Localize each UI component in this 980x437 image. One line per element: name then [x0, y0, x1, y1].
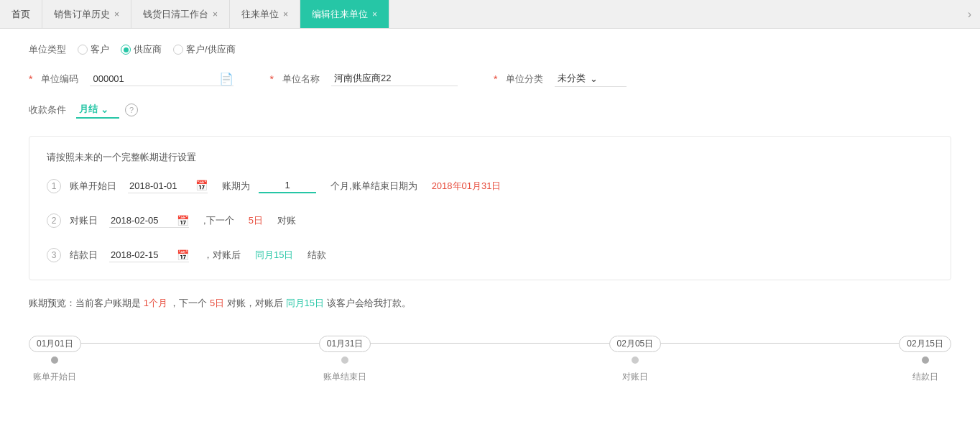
radio-circle-2	[173, 45, 183, 55]
preview-highlight1: 1个月	[144, 298, 167, 308]
tab-label-cash-work: 钱货日清工作台	[143, 8, 208, 21]
tab-partner-unit[interactable]: 往来单位×	[230, 0, 300, 28]
timeline-dot-3	[922, 356, 929, 364]
timeline-dot-0	[51, 356, 58, 364]
reconcile-date-cal-icon[interactable]: 📅	[177, 215, 189, 226]
unit-type-label: 单位类型	[29, 43, 66, 56]
payment-condition-row: 收款条件 月结 ⌄ ?	[29, 101, 951, 119]
radio-label-1: 供应商	[134, 43, 162, 56]
radio-1[interactable]: 供应商	[121, 43, 162, 56]
unit-name-input[interactable]	[331, 72, 458, 86]
tabs-expand-icon[interactable]: ›	[959, 0, 980, 28]
period-input[interactable]	[259, 178, 316, 193]
timeline-badge-3: 02月15日	[899, 336, 951, 352]
setting-num-2: 2	[47, 213, 61, 228]
unit-category-value: 未分类	[558, 72, 586, 85]
settle-date-cal-icon[interactable]: 📅	[177, 249, 189, 261]
timeline-point-1: 01月31日账单结束日	[319, 336, 371, 383]
payment-condition-value: 月结	[79, 103, 98, 116]
tab-label-partner-unit: 往来单位	[241, 8, 279, 21]
timeline-dot-2	[632, 356, 639, 364]
setting-num-3: 3	[47, 248, 61, 262]
unit-category-label: 单位分类	[506, 73, 543, 86]
setting-label-2: 对账日	[70, 214, 98, 227]
tab-close-edit-partner[interactable]: ×	[372, 9, 377, 19]
tab-close-partner-unit[interactable]: ×	[283, 9, 288, 19]
unit-code-field: 📄	[90, 72, 234, 86]
timeline-points: 01月01日账单开始日01月31日账单结束日02月05日对账日02月15日结款日	[29, 336, 951, 383]
preview-highlight3: 同月15日	[286, 298, 324, 308]
end-date-highlight: 2018年01月31日	[432, 180, 501, 193]
help-icon[interactable]: ?	[125, 104, 138, 116]
tab-cash-work[interactable]: 钱货日清工作台×	[131, 0, 230, 28]
unit-category-arrow: ⌄	[590, 73, 598, 84]
tab-edit-partner[interactable]: 编辑往来单位×	[300, 0, 389, 28]
timeline-label-0: 账单开始日	[33, 371, 76, 383]
setting-row-1: 1 账单开始日 📅 账期为 个月,账单结束日期为 2018年01月31日	[47, 178, 933, 193]
reconcile-date-field: 📅	[109, 213, 189, 228]
start-date-cal-icon[interactable]: 📅	[195, 180, 208, 191]
period-suffix: 个月,账单结束日期为	[330, 180, 417, 193]
tabs-bar: 首页销售订单历史×钱货日清工作台×往来单位×编辑往来单位×›	[0, 0, 980, 29]
timeline-dot-1	[341, 356, 348, 364]
timeline-point-0: 01月01日账单开始日	[29, 336, 81, 383]
tab-label-home: 首页	[11, 8, 30, 21]
unit-type-radio-group: 客户供应商客户/供应商	[78, 43, 236, 56]
tab-close-cash-work[interactable]: ×	[213, 9, 218, 19]
setting-label-1: 账单开始日	[70, 180, 116, 193]
account-preview: 账期预览：当前客户账期是 1个月 ，下一个 5日 对账，对账后 同月15日 该客…	[29, 295, 951, 311]
timeline-point-2: 02月05日对账日	[609, 336, 662, 383]
reconcile-suffix: 对账	[277, 214, 296, 227]
timeline-label-2: 对账日	[622, 371, 648, 383]
radio-label-2: 客户/供应商	[186, 43, 236, 56]
radio-0[interactable]: 客户	[78, 43, 109, 56]
radio-label-0: 客户	[91, 43, 109, 56]
unit-code-label: 单位编码	[41, 73, 78, 86]
preview-suffix: 该客户会给我打款。	[327, 298, 411, 308]
unit-info-row: * 单位编码 📄 * 单位名称 * 单位分类 未分类 ⌄	[29, 70, 951, 87]
settle-highlight: 同月15日	[255, 249, 293, 262]
preview-middle1: ，下一个	[170, 298, 207, 308]
tab-label-edit-partner: 编辑往来单位	[312, 8, 368, 21]
payment-condition-arrow: ⌄	[101, 104, 108, 115]
radio-circle-1	[121, 45, 131, 55]
timeline: 01月01日账单开始日01月31日账单结束日02月05日对账日02月15日结款日	[29, 328, 951, 390]
setting-num-1: 1	[47, 179, 61, 193]
radio-2[interactable]: 客户/供应商	[173, 43, 236, 56]
radio-circle-0	[78, 45, 88, 55]
settle-suffix: 结款	[308, 249, 326, 262]
settle-date-input[interactable]	[109, 248, 174, 262]
reconcile-date-input[interactable]	[109, 213, 174, 227]
settings-title: 请按照未来的一个完整帐期进行设置	[47, 151, 933, 164]
preview-highlight2: 5日	[210, 298, 224, 308]
settle-prefix: ，对账后	[203, 249, 241, 262]
unit-type-row: 单位类型 客户供应商客户/供应商	[29, 43, 951, 56]
timeline-label-3: 结款日	[912, 371, 938, 383]
start-date-input[interactable]	[128, 179, 193, 193]
unit-code-required: *	[29, 73, 32, 85]
tab-sales-history[interactable]: 销售订单历史×	[42, 0, 131, 28]
settings-box: 请按照未来的一个完整帐期进行设置 1 账单开始日 📅 账期为 个月,账单结束日期…	[29, 136, 951, 280]
tab-close-sales-history[interactable]: ×	[114, 9, 119, 19]
preview-middle2: 对账，对账后	[227, 298, 283, 308]
main-content: 单位类型 客户供应商客户/供应商 * 单位编码 📄 * 单位名称 * 单位分类 …	[0, 29, 980, 437]
timeline-label-1: 账单结束日	[323, 371, 366, 383]
tab-label-sales-history: 销售订单历史	[54, 8, 110, 21]
setting-row-2: 2 对账日 📅 ,下一个 5日 对账	[47, 213, 933, 228]
tab-home[interactable]: 首页	[0, 0, 42, 28]
unit-code-input[interactable]	[90, 72, 216, 86]
payment-condition-label: 收款条件	[29, 104, 66, 116]
unit-code-icon[interactable]: 📄	[219, 72, 234, 86]
timeline-badge-0: 01月01日	[29, 336, 81, 352]
timeline-badge-2: 02月05日	[609, 336, 662, 352]
settle-date-field: 📅	[109, 248, 189, 262]
unit-category-select[interactable]: 未分类 ⌄	[555, 70, 627, 87]
reconcile-highlight: 5日	[249, 214, 263, 227]
unit-name-required: *	[269, 73, 273, 85]
setting-label-3: 结款日	[70, 249, 98, 262]
reconcile-prefix: ,下一个	[203, 214, 234, 227]
timeline-point-3: 02月15日结款日	[899, 336, 951, 383]
payment-condition-select[interactable]: 月结 ⌄	[76, 101, 119, 119]
unit-name-label: 单位名称	[282, 73, 320, 86]
preview-prefix: 账期预览：当前客户账期是	[29, 298, 141, 308]
